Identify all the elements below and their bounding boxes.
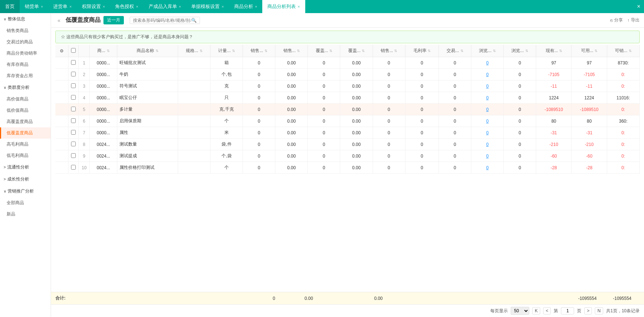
sidebar-section-liquidity[interactable]: > 流通性分析: [0, 161, 51, 173]
sidebar-section-growth[interactable]: > 成长性分析: [0, 173, 51, 185]
row-select-checkbox[interactable]: [71, 60, 76, 65]
prev-page-button[interactable]: <: [543, 307, 551, 314]
next-page-button[interactable]: >: [584, 307, 592, 314]
close-icon[interactable]: ×: [255, 4, 257, 9]
row-spec: [178, 57, 210, 69]
row-select-checkbox[interactable]: [71, 165, 76, 170]
sidebar-item-traded-goods[interactable]: 交易过的商品: [0, 36, 51, 48]
col-stock1[interactable]: 现有... ⇅: [536, 45, 572, 57]
row-view1[interactable]: 0: [471, 92, 503, 104]
close-icon[interactable]: ×: [221, 4, 224, 9]
sidebar-item-low-value[interactable]: 低价值商品: [0, 105, 51, 116]
row-view1[interactable]: 0: [471, 139, 503, 150]
row-view1[interactable]: 0: [471, 150, 503, 162]
page-size-select[interactable]: 50 20 100: [511, 307, 529, 315]
col-unit[interactable]: 计量... ⇅: [210, 45, 243, 57]
sidebar-section-overall[interactable]: ∨ 整体信息: [0, 13, 51, 25]
select-all-checkbox[interactable]: [71, 48, 76, 53]
col-settings[interactable]: ⚙: [55, 45, 68, 57]
row-view1[interactable]: 0: [471, 162, 503, 174]
sidebar-item-high-value[interactable]: 高价值商品: [0, 94, 51, 105]
collapse-sidebar-button[interactable]: «: [55, 17, 63, 24]
nav-item-sales[interactable]: 销货单 ×: [20, 0, 48, 13]
sidebar-item-high-margin[interactable]: 高毛利商品: [0, 139, 51, 150]
col-cov1[interactable]: 覆盖... ⇅: [308, 45, 340, 57]
row-select-checkbox[interactable]: [71, 95, 76, 100]
sidebar-item-category-turnover[interactable]: 商品分类动销率: [0, 48, 51, 59]
footer-view1: [500, 296, 535, 301]
row-select-checkbox[interactable]: [71, 118, 76, 123]
sidebar-item-low-coverage[interactable]: 低覆盖度商品: [0, 127, 51, 139]
col-view1[interactable]: 浏览... ⇅: [471, 45, 503, 57]
row-checkbox[interactable]: [68, 80, 79, 92]
first-page-button[interactable]: K: [532, 307, 540, 314]
nav-item-home[interactable]: 首页: [0, 0, 20, 13]
row-select-checkbox[interactable]: [71, 142, 76, 146]
row-view1[interactable]: 0: [471, 104, 503, 115]
row-checkbox[interactable]: [68, 104, 79, 115]
close-icon[interactable]: ×: [103, 4, 105, 9]
row-view1[interactable]: 0: [471, 57, 503, 69]
row-select-checkbox[interactable]: [71, 72, 76, 76]
row-checkbox[interactable]: [68, 150, 79, 162]
sidebar-section-marketing[interactable]: ∨ 营销推广分析: [0, 185, 51, 197]
col-stock3[interactable]: 可销... ⇅: [607, 45, 639, 57]
row-checkbox[interactable]: [68, 139, 79, 150]
nav-item-purchase[interactable]: 进货单 ×: [48, 0, 76, 13]
row-select-checkbox[interactable]: [71, 107, 76, 111]
row-checkbox[interactable]: [68, 162, 79, 174]
col-margin[interactable]: 毛利率 ⇅: [405, 45, 439, 57]
col-sales3[interactable]: 销售... ⇅: [373, 45, 405, 57]
row-select-checkbox[interactable]: [71, 153, 76, 158]
nav-item-product-analysis[interactable]: 商品分析 ×: [229, 0, 262, 13]
nav-item-templates[interactable]: 单据模板设置 ×: [186, 0, 229, 13]
sidebar-item-high-coverage[interactable]: 高覆盖度商品: [0, 116, 51, 127]
close-all-tabs[interactable]: ×: [637, 3, 640, 10]
col-stock2[interactable]: 可用... ⇅: [572, 45, 607, 57]
close-icon[interactable]: ×: [41, 4, 43, 9]
close-icon[interactable]: ×: [179, 4, 181, 9]
sidebar-item-stocked-goods[interactable]: 有库存商品: [0, 59, 51, 70]
row-margin: 0: [405, 92, 439, 104]
col-spec[interactable]: 规格... ⇅: [178, 45, 210, 57]
row-checkbox[interactable]: [68, 57, 79, 69]
row-checkbox[interactable]: [68, 115, 79, 127]
col-sales-qty[interactable]: 销售... ⇅: [243, 45, 275, 57]
row-view1[interactable]: 0: [471, 80, 503, 92]
col-trans[interactable]: 交易... ⇅: [439, 45, 471, 57]
col-sales-amt[interactable]: 销售... ⇅: [275, 45, 308, 57]
share-button[interactable]: ⎋ 分享: [610, 17, 623, 23]
sidebar-section-cluster[interactable]: ∨ 类群度分析: [0, 82, 51, 94]
export-button[interactable]: ↑ 导出: [627, 17, 640, 23]
sidebar-item-new-goods[interactable]: 新品: [0, 209, 51, 220]
nav-item-roles[interactable]: 角色授权 ×: [110, 0, 143, 13]
col-name[interactable]: 商品名称 ⇅: [117, 45, 178, 57]
time-filter-button[interactable]: 近一月: [103, 16, 124, 24]
close-icon[interactable]: ×: [69, 4, 71, 9]
row-view1[interactable]: 0: [471, 69, 503, 80]
row-select-checkbox[interactable]: [71, 130, 76, 135]
row-view1[interactable]: 0: [471, 115, 503, 127]
nav-item-permissions[interactable]: 权限设置 ×: [77, 0, 110, 13]
col-checkbox[interactable]: [68, 45, 79, 57]
sidebar-item-low-margin[interactable]: 低毛利商品: [0, 150, 51, 161]
nav-item-production[interactable]: 产成品入库单 ×: [144, 0, 186, 13]
nav-item-product-analysis-list[interactable]: 商品分析列表 ×: [262, 0, 305, 13]
col-view2[interactable]: 浏览... ⇅: [504, 45, 536, 57]
sidebar-item-all-goods[interactable]: 全部商品: [0, 197, 51, 209]
close-icon[interactable]: ×: [136, 4, 138, 9]
sidebar-item-stock-capital[interactable]: 库存资金占用: [0, 70, 51, 82]
row-checkbox[interactable]: [68, 127, 79, 139]
search-input[interactable]: [133, 18, 191, 23]
row-view1[interactable]: 0: [471, 127, 503, 139]
col-cov2[interactable]: 覆盖... ⇅: [340, 45, 373, 57]
row-select-checkbox[interactable]: [71, 83, 76, 88]
close-icon[interactable]: ×: [298, 4, 300, 9]
sidebar-item-sales-goods[interactable]: 销售类商品: [0, 25, 51, 36]
row-checkbox[interactable]: [68, 69, 79, 80]
page-number-input[interactable]: [561, 307, 574, 314]
search-icon[interactable]: 🔍: [191, 18, 197, 23]
col-code[interactable]: 商... ⇅: [90, 45, 117, 57]
row-checkbox[interactable]: [68, 92, 79, 104]
last-page-button[interactable]: N: [595, 307, 603, 314]
